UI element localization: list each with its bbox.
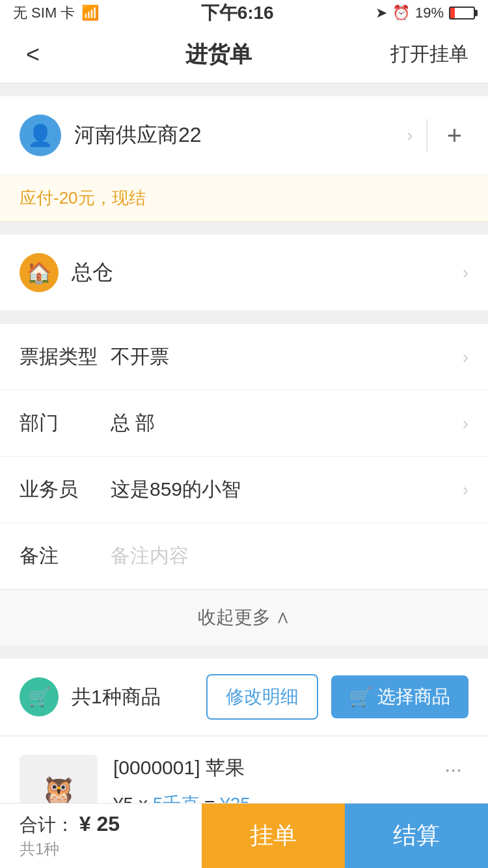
warehouse-row[interactable]: 🏠 总仓 › bbox=[0, 235, 488, 310]
supplier-name: 河南供应商22 bbox=[74, 121, 400, 150]
location-icon: ➤ bbox=[375, 5, 387, 21]
gap-4 bbox=[0, 645, 488, 658]
collapse-toggle[interactable]: 收起更多 ∧ bbox=[0, 589, 488, 645]
department-label: 部门 bbox=[20, 410, 111, 437]
total-section: 合计： ¥ 25 共1种 bbox=[0, 804, 202, 868]
warehouse-icon: 🏠 bbox=[20, 253, 59, 292]
battery-percent: 19% bbox=[415, 5, 444, 21]
department-chevron: › bbox=[463, 413, 468, 434]
product-more-button[interactable]: ··· bbox=[438, 755, 468, 784]
total-count: 共1种 bbox=[20, 839, 182, 860]
back-button[interactable]: < bbox=[20, 34, 46, 75]
total-amount: ¥ 25 bbox=[79, 812, 120, 835]
edit-detail-button[interactable]: 修改明细 bbox=[206, 674, 318, 720]
product-name: [0000001] 苹果 bbox=[113, 755, 422, 781]
add-supplier-button[interactable]: + bbox=[441, 121, 468, 150]
invoice-type-chevron: › bbox=[463, 347, 468, 368]
remark-row[interactable]: 备注 备注内容 bbox=[0, 522, 488, 589]
invoice-type-label: 票据类型 bbox=[20, 344, 111, 370]
warehouse-section: 🏠 总仓 › bbox=[0, 235, 488, 310]
supplier-chevron: › bbox=[407, 125, 413, 146]
gap-3 bbox=[0, 310, 488, 323]
warehouse-name: 总仓 bbox=[72, 258, 456, 287]
page-title: 进货单 bbox=[185, 40, 252, 70]
status-right: ➤ ⏰ 19% bbox=[375, 5, 475, 21]
department-row[interactable]: 部门 总 部 › bbox=[0, 390, 488, 456]
product-header: 🛒 共1种商品 修改明细 🛒 选择商品 bbox=[0, 658, 488, 735]
salesperson-chevron: › bbox=[463, 480, 468, 500]
carrier-text: 无 SIM 卡 bbox=[13, 3, 75, 23]
form-section: 票据类型 不开票 › 部门 总 部 › 业务员 这是859的小智 › 备注 备注… bbox=[0, 323, 488, 645]
hang-button[interactable]: 挂单 bbox=[202, 804, 345, 868]
status-left: 无 SIM 卡 📶 bbox=[13, 3, 99, 23]
gap-1 bbox=[0, 83, 488, 96]
supplier-row[interactable]: 👤 河南供应商22 › + bbox=[0, 96, 488, 175]
warehouse-chevron: › bbox=[463, 262, 468, 283]
total-label-row: 合计： ¥ 25 bbox=[20, 812, 182, 837]
nav-bar: < 进货单 打开挂单 bbox=[0, 26, 488, 83]
invoice-type-row[interactable]: 票据类型 不开票 › bbox=[0, 323, 488, 390]
invoice-type-value: 不开票 bbox=[111, 344, 456, 370]
battery-icon bbox=[449, 7, 475, 20]
department-value: 总 部 bbox=[111, 410, 456, 437]
cart-icon: 🛒 bbox=[28, 686, 51, 708]
remark-label: 备注 bbox=[20, 543, 111, 569]
open-hang-button[interactable]: 打开挂单 bbox=[390, 41, 468, 68]
salesperson-value: 这是859的小智 bbox=[111, 476, 456, 503]
select-product-button[interactable]: 🛒 选择商品 bbox=[331, 675, 468, 718]
product-section-icon: 🛒 bbox=[20, 677, 59, 716]
notice-bar: 应付-20元，现结 bbox=[0, 175, 488, 222]
supplier-avatar: 👤 bbox=[20, 115, 61, 156]
supplier-section: 👤 河南供应商22 › + 应付-20元，现结 bbox=[0, 96, 488, 222]
alarm-icon: ⏰ bbox=[392, 5, 410, 21]
wifi-icon: 📶 bbox=[81, 5, 99, 21]
remark-placeholder[interactable]: 备注内容 bbox=[111, 543, 468, 569]
time-display: 下午6:16 bbox=[201, 1, 274, 25]
select-icon: 🛒 bbox=[349, 686, 372, 708]
gap-2 bbox=[0, 222, 488, 235]
total-label: 合计： bbox=[20, 815, 74, 835]
salesperson-row[interactable]: 业务员 这是859的小智 › bbox=[0, 456, 488, 522]
bottom-bar: 合计： ¥ 25 共1种 挂单 结算 bbox=[0, 803, 488, 868]
salesperson-label: 业务员 bbox=[20, 476, 111, 503]
product-count-text: 共1种商品 bbox=[72, 684, 193, 711]
avatar-icon: 👤 bbox=[27, 123, 53, 148]
supplier-divider bbox=[426, 119, 427, 152]
status-bar: 无 SIM 卡 📶 下午6:16 ➤ ⏰ 19% bbox=[0, 0, 488, 26]
checkout-button[interactable]: 结算 bbox=[345, 804, 488, 868]
